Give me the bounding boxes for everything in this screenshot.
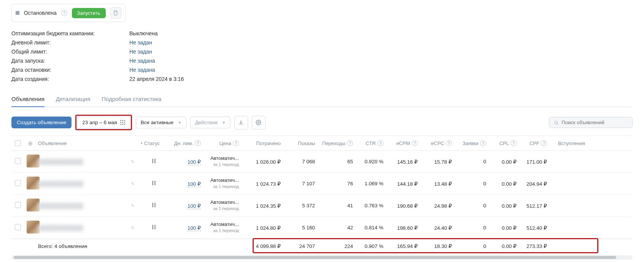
- help-icon[interactable]: ?: [233, 140, 239, 146]
- cell-spent: 1 024.80 ₽: [241, 225, 283, 231]
- cell-imp: 7 068: [283, 159, 317, 164]
- col-cpl[interactable]: CPL?: [488, 140, 519, 146]
- chevron-down-icon: ▼: [222, 121, 226, 125]
- ad-name[interactable]: ████████████: [38, 225, 83, 231]
- date-range-button[interactable]: 23 апр – 6 мая: [77, 117, 130, 128]
- cell-leads: 0: [454, 225, 488, 230]
- edit-icon[interactable]: ✎: [131, 203, 135, 208]
- horizontal-scrollbar[interactable]: [11, 255, 633, 260]
- search-input[interactable]: [562, 120, 628, 125]
- col-joins[interactable]: Вступления: [549, 140, 587, 146]
- cell-cpf: 171.00 ₽: [519, 159, 549, 165]
- help-icon[interactable]: ?: [446, 140, 452, 146]
- pause-icon[interactable]: [152, 203, 156, 207]
- ad-name[interactable]: ████████████: [38, 203, 83, 209]
- cell-spent: 1 024.35 ₽: [241, 203, 283, 209]
- table-row[interactable]: ████████████ ✎ 100 ₽ Автоматич...за 1 пе…: [11, 217, 633, 239]
- cell-clicks: 42: [317, 225, 355, 230]
- cell-imp: 5 160: [283, 225, 317, 230]
- cell-ecpm: 190.68 ₽: [386, 203, 420, 209]
- pause-icon[interactable]: [152, 181, 156, 185]
- help-icon[interactable]: ?: [61, 10, 67, 16]
- ad-name[interactable]: ████████████: [38, 181, 83, 187]
- sort-icon: ▾: [141, 141, 143, 145]
- select-all-checkbox[interactable]: [15, 140, 21, 146]
- settings-button[interactable]: [252, 116, 266, 129]
- pause-icon[interactable]: [152, 159, 156, 163]
- filter-label: Все активные: [141, 120, 173, 125]
- row-checkbox[interactable]: [15, 224, 21, 230]
- help-icon[interactable]: ?: [510, 140, 517, 146]
- cell-cpf: 512.40 ₽: [519, 225, 549, 231]
- col-impressions[interactable]: Показы: [283, 140, 317, 146]
- info-value-link[interactable]: Не задана: [129, 58, 155, 64]
- row-checkbox[interactable]: [15, 180, 21, 186]
- table-row[interactable]: ████████████ ✎ 100 ₽ Автоматич...за 1 пе…: [11, 195, 633, 217]
- create-ad-button[interactable]: Создать объявление: [11, 117, 72, 128]
- col-price[interactable]: Цена?: [203, 140, 241, 146]
- delete-button[interactable]: [110, 7, 121, 19]
- col-ecpm[interactable]: eCPM?: [386, 140, 420, 146]
- cell-clicks: 65: [317, 159, 355, 164]
- help-icon[interactable]: ?: [412, 140, 418, 146]
- info-value-link[interactable]: Не задана: [129, 67, 155, 73]
- price-cell: Автоматич...за 1 переход: [203, 221, 241, 234]
- help-icon[interactable]: ?: [377, 140, 383, 146]
- cell-ecpc: 13.48 ₽: [420, 181, 454, 187]
- info-label: Дневной лимит:: [11, 39, 129, 46]
- totals-ecpm: 165.94 ₽: [386, 243, 420, 249]
- col-spent[interactable]: Потрачено: [241, 140, 283, 146]
- pause-icon[interactable]: [152, 225, 156, 229]
- cell-ecpm: 145.16 ₽: [386, 159, 420, 165]
- highlight-box: 23 апр – 6 мая: [75, 115, 132, 130]
- cell-cpl: 0.00 ₽: [488, 181, 519, 187]
- info-value: Выключена: [129, 30, 158, 36]
- col-cpf[interactable]: CPF?: [519, 140, 549, 146]
- day-limit-link[interactable]: 100 ₽: [188, 159, 201, 165]
- day-limit-link[interactable]: 100 ₽: [188, 203, 201, 209]
- calendar-icon: [120, 120, 125, 125]
- download-button[interactable]: [234, 116, 248, 129]
- actions-button[interactable]: Действия ▼: [190, 117, 231, 128]
- col-ecpc[interactable]: eCPC?: [420, 140, 454, 146]
- price-cell: Автоматич...за 1 переход: [203, 177, 241, 190]
- table-row[interactable]: ████████████ ✎ 100 ₽ Автоматич...за 1 пе…: [11, 151, 633, 173]
- col-ctr[interactable]: CTR?: [355, 140, 386, 146]
- col-ad[interactable]: Объявление: [36, 140, 127, 146]
- info-value-link[interactable]: Не задан: [129, 49, 152, 55]
- cell-ecpc: 24.40 ₽: [420, 225, 454, 231]
- cell-spent: 1 024.73 ₽: [241, 181, 283, 187]
- ad-name[interactable]: ████████████: [38, 159, 83, 165]
- tab-detail[interactable]: Детализация: [56, 92, 91, 107]
- row-checkbox[interactable]: [15, 158, 21, 164]
- ads-table: ◉ Объявление ▾Статус Дн. лим.? Цена? Пот…: [11, 136, 633, 260]
- eye-icon[interactable]: ◉: [28, 140, 33, 147]
- start-button[interactable]: Запустить: [72, 8, 106, 18]
- help-icon[interactable]: ?: [541, 140, 547, 146]
- col-status[interactable]: ▾Статус: [138, 140, 169, 146]
- day-limit-link[interactable]: 100 ₽: [188, 181, 201, 187]
- col-clicks[interactable]: Переходы?: [317, 140, 355, 146]
- help-icon[interactable]: ?: [347, 140, 353, 146]
- totals-ctr: 0.907 %: [355, 243, 386, 249]
- cell-ctr: 0.814 %: [355, 225, 386, 230]
- search-input-wrap[interactable]: [549, 117, 633, 128]
- help-icon[interactable]: ?: [195, 140, 201, 146]
- cell-ctr: 0.920 %: [355, 159, 386, 164]
- edit-icon[interactable]: ✎: [131, 159, 135, 164]
- tab-ads[interactable]: Объявления: [11, 92, 45, 107]
- tab-stats[interactable]: Подробная статистика: [102, 92, 161, 107]
- edit-icon[interactable]: ✎: [131, 181, 135, 186]
- row-checkbox[interactable]: [15, 202, 21, 208]
- col-leads[interactable]: Заявки?: [454, 140, 488, 146]
- date-range-label: 23 апр – 6 мая: [82, 120, 117, 125]
- cell-cpl: 0.00 ₽: [488, 203, 519, 209]
- help-icon[interactable]: ?: [480, 140, 486, 146]
- info-label: Дата создания:: [11, 76, 129, 82]
- day-limit-link[interactable]: 100 ₽: [188, 225, 201, 231]
- col-day-limit[interactable]: Дн. лим.?: [169, 140, 203, 146]
- table-row[interactable]: ████████████ ✎ 100 ₽ Автоматич...за 1 пе…: [11, 173, 633, 195]
- edit-icon[interactable]: ✎: [131, 225, 135, 230]
- filter-button[interactable]: Все активные ▼: [136, 117, 186, 128]
- info-value-link[interactable]: Не задан: [129, 39, 152, 46]
